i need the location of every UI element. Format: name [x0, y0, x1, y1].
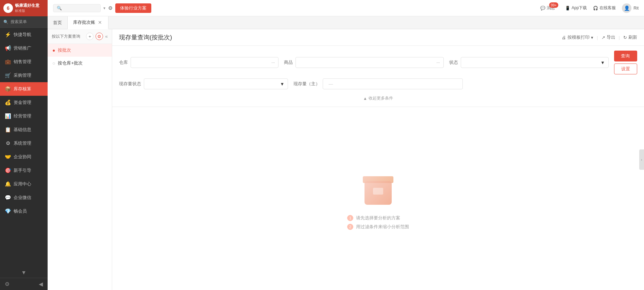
sidebar-label-inventory: 库存核算 — [14, 86, 31, 92]
phone-icon: 📱 — [565, 6, 570, 11]
online-service-action[interactable]: 🎧 在线客服 — [593, 5, 616, 11]
left-panel-item-by-warehouse-batch-label: 按仓库+批次 — [58, 60, 83, 66]
filter-row-1: 仓库 ··· 商品 ··· 状态 — [119, 51, 637, 74]
inventory-main-range[interactable]: — — [323, 78, 462, 89]
add-scheme-btn[interactable]: + — [86, 33, 94, 40]
page-header-actions: 🖨 按模板打印 ▾ | ↗ 导出 | ↻ 刷新 — [562, 34, 637, 40]
settings-btn[interactable]: 设置 — [614, 64, 637, 74]
product-input[interactable]: ··· — [295, 57, 443, 68]
hint-text-2: 用过滤条件来缩小分析范围 — [356, 224, 409, 230]
export-action[interactable]: ↗ 导出 — [601, 34, 615, 40]
status-dropdown-icon: ▼ — [600, 60, 605, 65]
product-more-icon[interactable]: ··· — [437, 60, 440, 65]
topbar-search-bar[interactable]: 🔍 — [53, 4, 101, 12]
enterprise-icon: 🤝 — [5, 154, 11, 160]
sidebar-label-quick-nav: 快捷导航 — [14, 32, 31, 38]
topbar-settings-icon[interactable]: ⚙ — [108, 5, 113, 11]
footer-collapse-icon[interactable]: ◀ — [39, 281, 43, 287]
basic-info-icon: 📋 — [5, 127, 11, 133]
tab-close-btn[interactable]: ✕ — [97, 20, 103, 25]
message-action[interactable]: 💬 消息 99+ — [540, 5, 555, 11]
sidebar-label-newcomer: 新手引导 — [14, 167, 31, 174]
sidebar-item-inventory[interactable]: 📦 库存核算 — [0, 82, 48, 96]
sidebar-item-sales[interactable]: 💼 销售管理 — [0, 55, 48, 69]
inventory-status-select[interactable]: ▼ — [144, 78, 288, 89]
tab-bar: 首页 库存批次账 ✕ — [48, 16, 644, 29]
sidebar-item-quick-nav[interactable]: ⚡ 快捷导航 — [0, 28, 48, 41]
user-area[interactable]: 👤 Rit — [622, 3, 639, 13]
sidebar-label-purchase: 采购管理 — [14, 72, 31, 78]
print-action[interactable]: 🖨 按模板打印 ▾ — [562, 34, 593, 40]
sidebar-item-system[interactable]: ⚙ 系统管理 — [0, 137, 48, 150]
sidebar-item-app-center[interactable]: 🔔 应用中心 — [0, 177, 48, 191]
message-icon: 💬 — [540, 6, 545, 11]
app-download-action[interactable]: 📱 App下载 — [565, 5, 587, 11]
filter-inventory-status: 现存量状态 ▼ — [119, 78, 288, 89]
warehouse-input[interactable]: ··· — [131, 57, 278, 68]
warehouse-more-icon[interactable]: ··· — [271, 60, 275, 65]
right-collapse-btn[interactable]: › — [639, 149, 644, 170]
sidebar-item-operations[interactable]: 📊 经营管理 — [0, 109, 48, 123]
collapse-label: 收起更多条件 — [369, 95, 393, 101]
tab-inventory-batch[interactable]: 库存批次账 ✕ — [68, 16, 108, 29]
empty-illustration — [358, 167, 399, 208]
print-dropdown-icon[interactable]: ▾ — [591, 35, 593, 40]
filter-warehouse: 仓库 ··· — [119, 57, 278, 68]
inventory-icon: 📦 — [5, 86, 11, 92]
app-version: 标准版 — [15, 8, 39, 13]
footer-settings-icon[interactable]: ⚙ — [5, 281, 10, 287]
left-panel-item-by-batch[interactable]: ● 按批次 — [48, 44, 112, 57]
by-batch-icon: ● — [52, 48, 55, 53]
tab-home[interactable]: 首页 — [48, 16, 68, 29]
page-header: 现存量查询(按批次) 🖨 按模板打印 ▾ | ↗ 导出 | — [112, 29, 644, 46]
left-panel-header: 按以下方案查询 + ⚙ « — [48, 29, 112, 44]
status-select[interactable]: ▼ — [461, 57, 609, 68]
user-avatar[interactable]: 👤 — [622, 3, 631, 13]
page-title: 现存量查询(按批次) — [119, 33, 172, 41]
sidebar-item-newcomer[interactable]: 🎯 新手引导 — [0, 164, 48, 177]
sidebar-label-system: 系统管理 — [14, 140, 31, 146]
sidebar-search[interactable]: 🔍 搜索菜单 — [0, 16, 48, 28]
collapse-more-btn[interactable]: ▲ 收起更多条件 — [119, 93, 637, 102]
sidebar-item-purchase[interactable]: 🛒 采购管理 — [0, 69, 48, 82]
trial-btn[interactable]: 体验行业方案 — [115, 3, 151, 13]
sidebar-label-sales: 销售管理 — [14, 59, 31, 65]
sidebar-item-enterprise[interactable]: 🤝 企业协同 — [0, 150, 48, 164]
online-service-label: 在线客服 — [599, 5, 616, 11]
app-download-label: App下载 — [572, 5, 587, 11]
sidebar-item-marketing[interactable]: 📢 营销推广 — [0, 41, 48, 55]
finance-icon: 💰 — [5, 99, 11, 106]
purchase-icon: 🛒 — [5, 72, 11, 78]
sidebar-footer: ⚙ ◀ — [0, 278, 48, 290]
left-panel: 按以下方案查询 + ⚙ « ● 按批次 ○ 按仓库+批次 — [48, 29, 112, 290]
topbar-dropdown-icon[interactable]: ▾ — [103, 6, 105, 11]
printer-icon: 🖨 — [562, 35, 566, 40]
topbar-right: 💬 消息 99+ 📱 App下载 🎧 在线客服 👤 Rit — [540, 3, 639, 13]
company-name: 畅康通好生意 — [15, 3, 39, 8]
empty-hint-2: 2 用过滤条件来缩小分析范围 — [347, 224, 409, 230]
sidebar-item-finance[interactable]: 💰 资金管理 — [0, 96, 48, 109]
page-header-top: 现存量查询(按批次) 🖨 按模板打印 ▾ | ↗ 导出 | — [119, 33, 637, 41]
collapse-left-panel-btn[interactable]: « — [105, 34, 108, 39]
sidebar-scroll-down-btn[interactable]: ▼ — [0, 268, 48, 278]
query-btn[interactable]: 查询 — [614, 51, 637, 61]
quick-nav-icon: ⚡ — [5, 32, 11, 38]
inventory-main-label: 现存量（主） — [293, 81, 320, 87]
filter-section: 仓库 ··· 商品 ··· 状态 — [112, 46, 644, 107]
refresh-label: 刷新 — [628, 34, 637, 40]
sidebar-item-enterprise-wechat[interactable]: 💬 企业微信 — [0, 191, 48, 204]
sidebar-item-vip[interactable]: 💎 畅会员 — [0, 204, 48, 218]
tab-inventory-batch-label: 库存批次账 — [73, 19, 95, 25]
app-logo: 6 — [3, 3, 13, 13]
print-label: 按模板打印 — [567, 34, 590, 40]
sidebar-label-enterprise-wechat: 企业微信 — [14, 195, 31, 201]
left-panel-item-by-warehouse-batch[interactable]: ○ 按仓库+批次 — [48, 57, 112, 70]
sidebar-label-marketing: 营销推广 — [14, 45, 31, 51]
sidebar-title-area: 畅康通好生意 标准版 — [15, 3, 39, 13]
sidebar-item-basic-info[interactable]: 📋 基础信息 — [0, 123, 48, 137]
settings-scheme-btn[interactable]: ⚙ — [96, 33, 103, 40]
system-icon: ⚙ — [5, 140, 11, 146]
refresh-action[interactable]: ↻ 刷新 — [623, 34, 637, 40]
status-label: 状态 — [449, 59, 458, 66]
sidebar-search-label: 搜索菜单 — [11, 19, 27, 25]
